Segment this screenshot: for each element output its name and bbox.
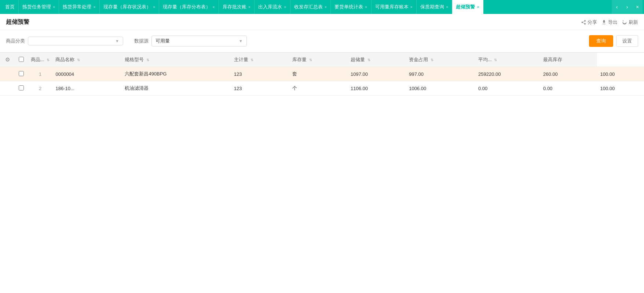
row-check-cell	[15, 67, 28, 81]
nav-inventory-dist[interactable]: 现存量（库存分布表） ×	[159, 0, 219, 14]
col-header-check	[15, 53, 28, 67]
sort-stock: ⇅	[309, 58, 312, 62]
row-avg: 260.00	[540, 67, 597, 81]
row-checkbox[interactable]	[19, 85, 24, 90]
datasource-arrow: ▼	[239, 39, 243, 43]
sort-spec: ⇅	[146, 58, 149, 62]
close-available-account[interactable]: ×	[410, 5, 413, 9]
datasource-value: 可用量	[155, 38, 170, 44]
sort-overstock: ⇅	[367, 58, 370, 62]
col-header-capital[interactable]: 资金占用 ⇅	[406, 53, 475, 67]
col-header-stock[interactable]: 库存量 ⇅	[289, 53, 348, 67]
row-unit: 套	[289, 67, 348, 81]
col-header-unit[interactable]: 主计量 ⇅	[231, 53, 289, 67]
product-category-select[interactable]: ▼	[28, 37, 123, 45]
table-row: 1 0000004 六配套新昌490BPG 123 套 1097.00 997.…	[0, 67, 644, 81]
data-table: ⚙ 商品... ⇅ 商品名称 ⇅ 规格型号 ⇅	[0, 52, 644, 96]
refresh-button[interactable]: 刷新	[622, 19, 638, 26]
sort-capital: ⇅	[431, 58, 433, 62]
row-capital: 0.00	[475, 81, 540, 96]
col-header-product-name[interactable]: 商品名称 ⇅	[52, 53, 122, 67]
col-header-max-stock[interactable]: 最高库存	[540, 53, 597, 67]
row-product-code: 186-10...	[52, 81, 122, 96]
settings-button[interactable]: 设置	[616, 35, 638, 47]
nav-quality-check[interactable]: 保质期查询 ×	[417, 0, 452, 14]
close-quality-check[interactable]: ×	[446, 5, 448, 9]
close-task-mgmt[interactable]: ×	[53, 5, 55, 9]
datasource-group: 数据源 可用量 ▼	[134, 36, 247, 47]
product-category-label: 商品分类	[6, 38, 25, 44]
nav-flow[interactable]: 出入库流水 ×	[255, 0, 290, 14]
nav-inventory-status[interactable]: 现存量（库存状况表） ×	[100, 0, 159, 14]
nav-available-account[interactable]: 可用量库存账本 ×	[372, 0, 417, 14]
sort-product-code: ⇅	[47, 58, 50, 62]
nav-abnormal[interactable]: 拣货异常处理 ×	[59, 0, 99, 14]
row-avg: 0.00	[540, 81, 597, 96]
row-index: 1	[28, 67, 52, 81]
export-icon	[601, 20, 607, 25]
export-button[interactable]: 导出	[601, 19, 618, 26]
top-nav: 首页 拣货任务管理 × 拣货异常处理 × 现存量（库存状况表） × 现存量（库存…	[0, 0, 644, 14]
nav-task-mgmt[interactable]: 拣货任务管理 ×	[19, 0, 59, 14]
nav-order-stats[interactable]: 要货单统计表 ×	[331, 0, 371, 14]
header-actions: 分享 导出 刷新	[581, 19, 638, 26]
datasource-label: 数据源	[134, 38, 149, 44]
col-header-overstock[interactable]: 超储量 ⇅	[348, 53, 406, 67]
close-inventory-dist[interactable]: ×	[212, 5, 215, 9]
row-stock: 1106.00	[348, 81, 406, 96]
table-container: ⚙ 商品... ⇅ 商品名称 ⇅ 规格型号 ⇅	[0, 52, 644, 96]
row-stock: 1097.00	[348, 67, 406, 81]
col-header-spec[interactable]: 规格型号 ⇅	[122, 53, 231, 67]
close-abnormal[interactable]: ×	[93, 5, 95, 9]
nav-overstock-alert[interactable]: 超储预警 ×	[452, 0, 483, 14]
row-product-code: 0000004	[52, 67, 122, 81]
row-index: 2	[28, 81, 52, 96]
row-spec: 123	[231, 67, 289, 81]
refresh-label: 刷新	[629, 19, 638, 26]
row-check-cell	[15, 81, 28, 96]
filter-actions: 查询 设置	[589, 35, 638, 47]
close-overstock-alert[interactable]: ×	[477, 5, 479, 9]
product-category-group: 商品分类 ▼	[6, 37, 123, 45]
nav-close-all[interactable]: ×	[632, 0, 643, 14]
row-unit: 个	[289, 81, 348, 96]
sort-unit: ⇅	[250, 58, 253, 62]
table-header-row: ⚙ 商品... ⇅ 商品名称 ⇅ 规格型号 ⇅	[0, 53, 644, 67]
row-settings-cell	[0, 67, 15, 81]
table-row: 2 186-10... 机油滤清器 123 个 1106.00 1006.00 …	[0, 81, 644, 96]
select-all-checkbox[interactable]	[19, 57, 24, 62]
nav-next[interactable]: ›	[622, 0, 632, 14]
share-label: 分享	[588, 19, 597, 26]
main-content: 超储预警 分享 导出 刷新 商品	[0, 14, 644, 293]
close-receipt-summary[interactable]: ×	[325, 5, 327, 9]
row-checkbox[interactable]	[19, 71, 24, 76]
col-header-product-code[interactable]: 商品... ⇅	[28, 53, 52, 67]
sort-product-name: ⇅	[77, 58, 80, 62]
nav-receipt-summary[interactable]: 收发存汇总表 ×	[290, 0, 331, 14]
row-settings-cell	[0, 81, 15, 96]
filter-row: 商品分类 ▼ 数据源 可用量 ▼ 查询 设置	[0, 30, 644, 52]
close-batch-account[interactable]: ×	[248, 5, 250, 9]
close-inventory-status[interactable]: ×	[153, 5, 155, 9]
nav-prev[interactable]: ‹	[612, 0, 622, 14]
export-label: 导出	[608, 19, 618, 26]
product-category-arrow: ▼	[115, 39, 119, 43]
share-icon	[581, 20, 586, 25]
nav-home[interactable]: 首页	[1, 0, 19, 14]
page-header: 超储预警 分享 导出 刷新	[0, 14, 644, 30]
row-max-stock: 100.00	[597, 81, 644, 96]
sort-avg: ⇅	[494, 58, 497, 62]
gear-icon[interactable]: ⚙	[5, 56, 10, 63]
col-header-avg[interactable]: 平均... ⇅	[475, 53, 540, 67]
datasource-select[interactable]: 可用量 ▼	[151, 36, 247, 47]
page-title: 超储预警	[6, 18, 29, 26]
query-button[interactable]: 查询	[589, 35, 613, 47]
row-product-name: 六配套新昌490BPG	[122, 67, 231, 81]
close-order-stats[interactable]: ×	[365, 5, 367, 9]
row-overstock: 997.00	[406, 67, 475, 81]
row-spec: 123	[231, 81, 289, 96]
row-product-name: 机油滤清器	[122, 81, 231, 96]
nav-batch-account[interactable]: 库存批次账 ×	[219, 0, 255, 14]
share-button[interactable]: 分享	[581, 19, 597, 26]
close-flow[interactable]: ×	[284, 5, 286, 9]
